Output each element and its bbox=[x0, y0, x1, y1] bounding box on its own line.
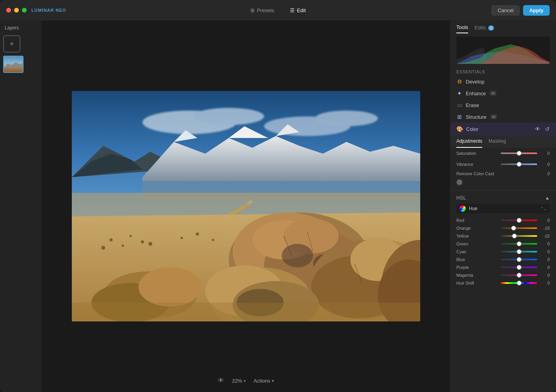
color-wheel-icon bbox=[459, 205, 466, 212]
minimize-button[interactable] bbox=[14, 8, 19, 13]
svg-point-52 bbox=[459, 181, 460, 183]
canvas-bottom-bar: 👁 22% ▾ Actions ▾ bbox=[218, 377, 274, 384]
apply-button[interactable]: Apply bbox=[523, 5, 550, 16]
maximize-button[interactable] bbox=[22, 8, 27, 13]
svg-point-45 bbox=[141, 240, 144, 243]
presets-icon: ⊞ bbox=[250, 7, 255, 13]
magenta-value: 0 bbox=[540, 273, 550, 278]
canvas-area: 👁 22% ▾ Actions ▾ bbox=[42, 20, 450, 392]
app-name: LUMINAR NEO bbox=[31, 8, 66, 13]
edit-icon: ☰ bbox=[290, 7, 295, 13]
histogram bbox=[456, 36, 550, 64]
magenta-track[interactable] bbox=[501, 274, 537, 276]
svg-point-42 bbox=[212, 239, 214, 241]
tools-tab[interactable]: Tools bbox=[456, 24, 468, 33]
svg-point-38 bbox=[129, 235, 132, 237]
svg-point-41 bbox=[196, 232, 199, 236]
saturation-thumb[interactable] bbox=[517, 151, 521, 156]
red-slider-row: Red 0 bbox=[450, 216, 556, 224]
saturation-row: Saturation 0 bbox=[450, 149, 556, 157]
hsl-selector-arrow: ⌃⌄ bbox=[540, 207, 547, 211]
structure-icon: ⊞ bbox=[456, 114, 463, 120]
yellow-value: -15 bbox=[540, 234, 550, 238]
actions-button[interactable]: Actions ▾ bbox=[253, 378, 274, 384]
presets-tab[interactable]: ⊞ Presets bbox=[247, 6, 277, 15]
orange-track[interactable] bbox=[501, 227, 537, 229]
cancel-button[interactable]: Cancel bbox=[491, 5, 520, 16]
hsl-collapse-button[interactable]: ▲ bbox=[545, 195, 550, 201]
eye-toggle-button[interactable]: 👁 bbox=[535, 126, 540, 132]
green-track[interactable] bbox=[501, 243, 537, 245]
divider-1 bbox=[450, 190, 556, 191]
vibrance-track[interactable] bbox=[501, 163, 537, 165]
saturation-track[interactable] bbox=[501, 152, 537, 154]
cyan-thumb[interactable] bbox=[517, 249, 521, 254]
magenta-thumb[interactable] bbox=[517, 273, 521, 278]
photo-container bbox=[72, 91, 420, 321]
edit-tab[interactable]: ☰ Edit bbox=[287, 6, 309, 15]
green-thumb[interactable] bbox=[517, 241, 521, 246]
green-slider-row: Green 0 bbox=[450, 240, 556, 248]
remove-color-cast-value: 0 bbox=[547, 171, 550, 176]
yellow-slider-row: Yellow -15 bbox=[450, 232, 556, 240]
svg-point-22 bbox=[282, 244, 313, 267]
hue-shift-thumb[interactable] bbox=[517, 281, 521, 285]
green-label: Green bbox=[456, 241, 498, 246]
hsl-selector[interactable]: Hue ⌃⌄ bbox=[456, 204, 550, 213]
enhance-tool[interactable]: ✦ Enhance AI bbox=[450, 87, 556, 99]
reset-button[interactable]: ↺ bbox=[545, 126, 550, 132]
zoom-display[interactable]: 22% ▾ bbox=[232, 378, 246, 384]
layer-thumbnail[interactable] bbox=[3, 56, 24, 73]
vibrance-thumb[interactable] bbox=[517, 162, 521, 167]
svg-point-43 bbox=[101, 246, 105, 250]
purple-slider-row: Purple 0 bbox=[450, 263, 556, 271]
hue-shift-track[interactable] bbox=[501, 282, 537, 284]
layers-title: Layers bbox=[3, 25, 38, 31]
hsl-title: HSL bbox=[456, 195, 466, 201]
erase-tool[interactable]: ▭ Erase bbox=[450, 99, 556, 111]
hue-shift-value: 0 bbox=[540, 281, 550, 285]
svg-rect-1 bbox=[4, 67, 24, 73]
cyan-label: Cyan bbox=[456, 249, 498, 254]
traffic-lights bbox=[6, 8, 27, 13]
zoom-value: 22% bbox=[232, 378, 242, 384]
red-track[interactable] bbox=[501, 220, 537, 221]
cyan-slider-row: Cyan 0 bbox=[450, 248, 556, 256]
red-label: Red bbox=[456, 218, 498, 223]
panel-tabs: Tools Edits 6 bbox=[450, 20, 556, 33]
magenta-slider-row: Magenta 0 bbox=[450, 271, 556, 279]
yellow-thumb[interactable] bbox=[512, 234, 517, 238]
purple-value: 0 bbox=[540, 265, 550, 270]
remove-color-cast-button[interactable] bbox=[456, 179, 463, 185]
yellow-track[interactable] bbox=[501, 235, 537, 237]
orange-thumb[interactable] bbox=[511, 226, 516, 230]
close-button[interactable] bbox=[6, 8, 11, 13]
cyan-track[interactable] bbox=[501, 251, 537, 252]
masking-tab[interactable]: Masking bbox=[489, 135, 506, 148]
red-value: 0 bbox=[540, 218, 550, 223]
magenta-label: Magenta bbox=[456, 273, 498, 278]
hsl-section: HSL ▲ Hue ⌃⌄ Red 0 bbox=[450, 192, 556, 287]
titlebar-right: Cancel Apply bbox=[491, 5, 550, 16]
svg-point-36 bbox=[139, 267, 201, 307]
develop-icon: ⚙ bbox=[456, 78, 463, 85]
vibrance-value: 0 bbox=[540, 162, 550, 167]
enhance-icon: ✦ bbox=[456, 90, 463, 96]
eye-icon[interactable]: 👁 bbox=[218, 377, 224, 384]
vibrance-section: Vibrance 0 bbox=[450, 159, 556, 170]
adjustments-tab[interactable]: Adjustments bbox=[456, 135, 482, 148]
purple-thumb[interactable] bbox=[517, 265, 521, 270]
structure-tool[interactable]: ⊞ Structure AI bbox=[450, 111, 556, 123]
develop-tool[interactable]: ⚙ Develop bbox=[450, 76, 556, 87]
vibrance-label: Vibrance bbox=[456, 162, 498, 167]
adj-masking-tabs: Adjustments Masking bbox=[450, 135, 556, 148]
actions-label: Actions bbox=[253, 378, 270, 384]
blue-thumb[interactable] bbox=[517, 257, 521, 262]
blue-track[interactable] bbox=[501, 259, 537, 260]
add-layer-button[interactable]: + bbox=[3, 35, 20, 53]
red-thumb[interactable] bbox=[517, 218, 521, 223]
blue-label: Blue bbox=[456, 257, 498, 262]
purple-track[interactable] bbox=[501, 267, 537, 268]
edits-tab[interactable]: Edits 6 bbox=[474, 25, 494, 33]
erase-icon: ▭ bbox=[456, 102, 463, 108]
